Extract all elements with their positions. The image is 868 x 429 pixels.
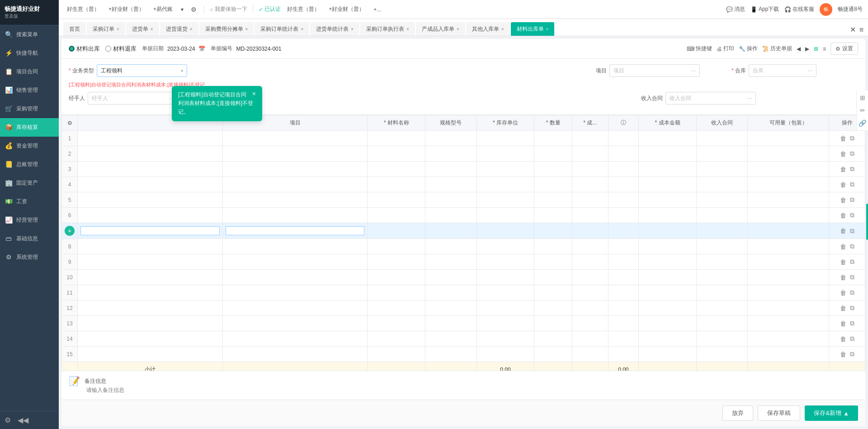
delete-row-button[interactable]: 🗑 — [839, 319, 847, 328]
copy-row-button[interactable]: ⧉ — [849, 149, 855, 158]
grid-view-icon[interactable]: ⊞ — [814, 46, 818, 52]
tab-other-in[interactable]: 其他入库单× — [466, 22, 510, 36]
topbar-nav-haoyecai2[interactable]: +好业财（普） — [326, 4, 367, 15]
online-service-button[interactable]: 🎧 在线客服 — [784, 5, 814, 13]
close-icon[interactable]: × — [301, 27, 303, 32]
username[interactable]: 畅捷通8号 — [838, 5, 863, 13]
user-avatar[interactable]: 畅 — [820, 3, 832, 16]
save-new-button[interactable]: 保存&新增 ▲ — [805, 405, 858, 421]
close-icon[interactable]: × — [351, 27, 354, 32]
delete-row-button[interactable]: 🗑 — [839, 180, 847, 189]
income-contract-select[interactable]: 收入合同 ··· — [665, 92, 756, 105]
copy-row-button[interactable]: ⧉ — [849, 210, 855, 220]
sidebar-item-finance[interactable]: 💰 资金管理 — [0, 137, 59, 155]
operation-button[interactable]: 🔧 操作 — [739, 45, 758, 52]
sidebar-item-purchase[interactable]: 🛒 采购管理 — [0, 100, 59, 118]
tab-purchase-stats[interactable]: 采购订单统计表× — [255, 22, 309, 36]
settings-button[interactable]: ⚙ 设置 — [830, 43, 858, 55]
tab-purchase-in[interactable]: 进货单× — [126, 22, 159, 36]
print-button[interactable]: 🖨 打印 — [717, 45, 734, 52]
close-icon[interactable]: × — [151, 27, 153, 32]
bill-date-value[interactable]: 2023-03-24 — [167, 46, 195, 52]
delete-row-button[interactable]: 🗑 — [839, 334, 847, 343]
tab-in-stats[interactable]: 进货单统计表× — [310, 22, 359, 36]
close-icon[interactable]: × — [117, 27, 119, 32]
col-gear-header[interactable]: ⚙ — [62, 115, 78, 131]
delete-row-button[interactable]: 🗑 — [839, 273, 847, 282]
delete-row-button[interactable]: 🗑 — [839, 134, 847, 143]
save-draft-button[interactable]: 保存草稿 — [758, 405, 800, 421]
sidebar-item-operations[interactable]: 📈 经营管理 — [0, 211, 59, 229]
copy-row-button[interactable]: ⧉ — [849, 226, 855, 236]
more-tabs-icon[interactable]: ≡ — [859, 26, 863, 34]
delete-row-button[interactable]: 🗑 — [839, 195, 847, 205]
delete-row-button[interactable]: 🗑 — [839, 149, 847, 158]
sidebar-item-inventory[interactable]: 📦 库存核算 — [0, 118, 59, 137]
nav-prev-icon[interactable]: ◀ — [797, 46, 801, 52]
copy-row-button[interactable]: ⧉ — [849, 303, 855, 313]
nav-next-icon[interactable]: ▶ — [805, 46, 809, 52]
copy-row-button[interactable]: ⧉ — [849, 180, 855, 189]
delete-row-button[interactable]: 🗑 — [839, 304, 847, 313]
add-row-button[interactable]: + — [65, 226, 75, 236]
sidebar-item-sales[interactable]: 📊 销售管理 — [0, 81, 59, 100]
sidebar-item-assets[interactable]: 🏢 固定资产 — [0, 174, 59, 192]
row-input[interactable] — [226, 226, 365, 235]
handler-select[interactable]: 经手人 ··· — [88, 92, 178, 105]
remarks-input[interactable] — [85, 385, 156, 395]
sidebar-item-shortcut[interactable]: ⚡ 快捷导航 — [0, 44, 59, 62]
warehouse-select[interactable]: 合库 ··· — [749, 64, 816, 77]
calendar-icon[interactable]: 📅 — [198, 46, 205, 52]
settings-icon[interactable]: ⚙ — [5, 416, 11, 424]
topbar-nav-yidaizhang[interactable]: +易代账 — [151, 4, 175, 15]
bill-no-value[interactable]: MD-20230324-001 — [236, 46, 281, 52]
topbar-nav-haoyecai[interactable]: +好业财（普） — [106, 4, 147, 15]
copy-row-button[interactable]: ⧉ — [849, 257, 855, 267]
topbar-nav-haoshengyi2[interactable]: 好生意（普） — [284, 4, 322, 15]
tab-purchase-order[interactable]: 采购订单× — [87, 22, 125, 36]
copy-row-button[interactable]: ⧉ — [849, 272, 855, 282]
sidebar-item-system[interactable]: ⚙ 系统管理 — [0, 248, 59, 267]
tab-material-out[interactable]: 材料出库单× — [511, 22, 555, 36]
message-button[interactable]: 💬 消息 — [726, 5, 745, 13]
delete-row-button[interactable]: 🗑 — [839, 242, 847, 251]
delete-row-button[interactable]: 🗑 — [839, 350, 847, 359]
project-select[interactable]: 项目 ··· — [609, 64, 700, 77]
business-type-select[interactable]: 工程领料 ▾ — [97, 64, 187, 77]
tab-home[interactable]: 首页 — [63, 22, 86, 36]
close-icon[interactable]: × — [457, 27, 459, 32]
delete-row-button[interactable]: 🗑 — [839, 165, 847, 174]
close-icon[interactable]: × — [501, 27, 504, 32]
right-panel-icon2[interactable]: ✏ — [860, 107, 865, 114]
right-panel-icon1[interactable]: ⊞ — [860, 94, 865, 101]
radio-material-return[interactable]: 材料退库 — [105, 45, 137, 53]
copy-row-button[interactable]: ⧉ — [849, 242, 855, 251]
copy-row-button[interactable]: ⧉ — [849, 195, 855, 205]
list-view-icon[interactable]: ≡ — [823, 46, 826, 52]
delete-row-button[interactable]: 🗑 — [839, 257, 847, 267]
settings-icon[interactable]: ⚙ — [189, 4, 198, 15]
delete-row-button[interactable]: 🗑 — [839, 226, 847, 235]
copy-row-button[interactable]: ⧉ — [849, 319, 855, 328]
discard-button[interactable]: 放弃 — [722, 405, 753, 421]
delete-row-button[interactable]: 🗑 — [839, 288, 847, 297]
app-download-button[interactable]: 📱 App下载 — [750, 5, 779, 13]
shortcut-key-button[interactable]: ⌨ 快捷键 — [687, 45, 712, 52]
collapse-icon[interactable]: ◀◀ — [18, 416, 28, 424]
history-button[interactable]: 📜 历史单据 — [762, 45, 792, 52]
copy-row-button[interactable]: ⧉ — [849, 164, 855, 174]
topbar-nav-haoshengyi[interactable]: 好生意（普） — [64, 4, 102, 15]
copy-row-button[interactable]: ⧉ — [849, 133, 855, 143]
tab-product-in[interactable]: 产成品入库单× — [416, 22, 465, 36]
close-icon[interactable]: × — [406, 27, 409, 32]
sidebar-item-search[interactable]: 🔍 搜索菜单 — [0, 25, 59, 44]
close-all-icon[interactable]: ✕ — [850, 25, 856, 34]
sidebar-item-basic[interactable]: 🗃 基础信息 — [0, 229, 59, 248]
row-input[interactable] — [80, 226, 220, 235]
right-panel-icon3[interactable]: 🔗 — [859, 119, 866, 127]
radio-material-out[interactable]: 材料出库 — [69, 45, 100, 53]
copy-row-button[interactable]: ⧉ — [849, 288, 855, 297]
topbar-nav-more2[interactable]: +... — [371, 5, 384, 14]
copy-row-button[interactable]: ⧉ — [849, 334, 855, 343]
sidebar-item-project[interactable]: 📋 项目合同 — [0, 62, 59, 81]
